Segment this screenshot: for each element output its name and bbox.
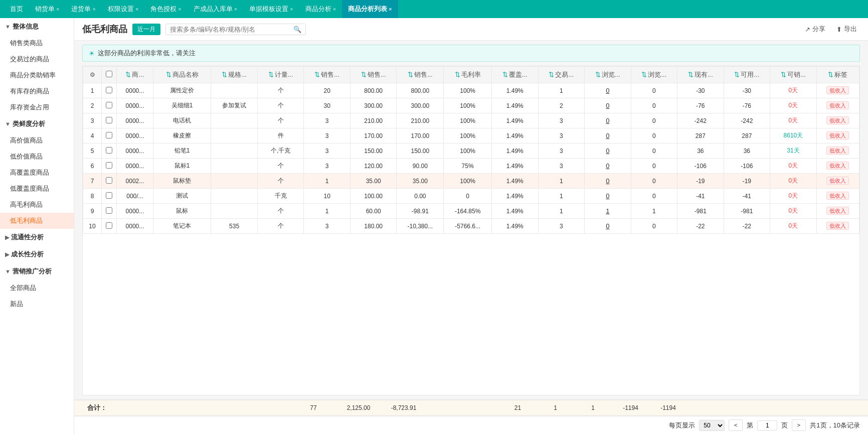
col-select-all[interactable] (102, 67, 117, 83)
sidebar-group-marketing[interactable]: ▼ 营销推广分析 (0, 263, 74, 280)
row-code-cell: 0000... (117, 98, 153, 113)
row-checkbox-cell[interactable] (102, 219, 117, 234)
col-spec[interactable]: ⇅规格... (211, 67, 258, 83)
search-icon[interactable]: 🔍 (293, 26, 301, 33)
sidebar-item-stocked-goods[interactable]: 有库存的商品 (0, 83, 74, 99)
nav-roles[interactable]: 角色授权 × (144, 0, 187, 18)
nav-permissions-close[interactable]: × (135, 6, 138, 12)
row-views1-cell[interactable]: 0 (585, 113, 631, 128)
col-gross-margin[interactable]: ⇅毛利率 (444, 67, 492, 83)
nav-goods-analysis-close[interactable]: × (333, 6, 336, 12)
row-checkbox[interactable] (106, 117, 112, 123)
row-views1-cell[interactable]: 1 (585, 204, 631, 219)
next-page-button[interactable]: ＞ (792, 419, 806, 431)
row-checkbox-cell[interactable] (102, 159, 117, 174)
sidebar-item-category-rate[interactable]: 商品分类助销率 (0, 67, 74, 83)
row-checkbox-cell[interactable] (102, 143, 117, 159)
row-checkbox-cell[interactable] (102, 83, 117, 98)
nav-sales-close[interactable]: × (56, 6, 59, 12)
sidebar-item-low-coverage[interactable]: 低覆盖度商品 (0, 181, 74, 197)
share-button[interactable]: ↗ 分享 (802, 23, 828, 35)
col-saleable[interactable]: ⇅可销... (770, 67, 817, 83)
row-checkbox[interactable] (106, 87, 112, 93)
sidebar-group-growth[interactable]: ▶ 成长性分析 (0, 246, 74, 263)
row-gross-margin-cell: 100% (444, 98, 492, 113)
export-button[interactable]: ⬆ 导出 (833, 23, 860, 35)
prev-page-button[interactable]: ＜ (729, 419, 743, 431)
col-views1[interactable]: ⇅浏览... (585, 67, 631, 83)
col-settings[interactable]: ⚙ (83, 67, 102, 83)
row-checkbox[interactable] (106, 207, 112, 214)
row-sales-price-cell: 300.00 (350, 98, 397, 113)
col-current-stock[interactable]: ⇅现有... (677, 67, 724, 83)
col-sales-profit[interactable]: ⇅销售... (397, 67, 444, 83)
row-saleable-cell: 0天 (770, 83, 817, 98)
col-tag[interactable]: ⇅标签 (816, 67, 859, 83)
row-checkbox[interactable] (106, 132, 112, 138)
row-checkbox-cell[interactable] (102, 98, 117, 113)
nav-templates[interactable]: 单据模板设置 × (243, 0, 299, 18)
nav-goods-analysis-list-close[interactable]: × (389, 6, 392, 12)
row-checkbox[interactable] (106, 192, 112, 199)
row-checkbox-cell[interactable] (102, 128, 117, 143)
row-checkbox-cell[interactable] (102, 189, 117, 204)
nav-sales[interactable]: 销货单 × (29, 0, 65, 18)
nav-purchase[interactable]: 进货单 × (65, 0, 101, 18)
col-name[interactable]: ⇅商品名称 (153, 67, 211, 83)
row-views1-cell[interactable]: 0 (585, 98, 631, 113)
page-number-input[interactable] (757, 420, 777, 430)
col-transactions[interactable]: ⇅交易... (538, 67, 585, 83)
row-sales-profit-cell: 300.00 (397, 98, 444, 113)
search-input[interactable] (170, 26, 293, 33)
row-checkbox[interactable] (106, 162, 112, 169)
row-checkbox-cell[interactable] (102, 204, 117, 219)
col-coverage[interactable]: ⇅覆盖... (492, 67, 539, 83)
row-views1-cell[interactable]: 0 (585, 189, 631, 204)
row-checkbox-cell[interactable] (102, 113, 117, 128)
row-views1-cell[interactable]: 0 (585, 159, 631, 174)
sidebar-item-all-goods[interactable]: 全部商品 (0, 280, 74, 296)
row-checkbox[interactable] (106, 147, 112, 154)
col-available[interactable]: ⇅可用... (724, 67, 770, 83)
sidebar-item-stock-capital[interactable]: 库存资金占用 (0, 99, 74, 115)
row-checkbox[interactable] (106, 222, 112, 229)
nav-roles-close[interactable]: × (178, 6, 181, 12)
row-views1-cell[interactable]: 0 (585, 83, 631, 98)
sidebar-collapse-btn[interactable]: « (74, 58, 74, 78)
date-filter-button[interactable]: 近一月 (132, 24, 160, 35)
sidebar-item-high-coverage[interactable]: 高覆盖度商品 (0, 165, 74, 181)
row-name-cell: 测试 (153, 189, 211, 204)
sidebar-item-traded-goods[interactable]: 交易过的商品 (0, 51, 74, 67)
col-code[interactable]: ⇅商... (117, 67, 153, 83)
nav-goods-analysis-list[interactable]: 商品分析列表 × (342, 0, 398, 18)
row-checkbox[interactable] (106, 102, 112, 108)
sidebar-item-high-value[interactable]: 高价值商品 (0, 132, 74, 149)
row-views1-cell[interactable]: 0 (585, 174, 631, 189)
row-views1-cell[interactable]: 0 (585, 219, 631, 234)
nav-purchase-close[interactable]: × (92, 6, 95, 12)
sidebar-item-high-margin[interactable]: 高毛利商品 (0, 197, 74, 213)
row-checkbox-cell[interactable] (102, 174, 117, 189)
sidebar-group-freshness[interactable]: ▼ 类鲜度分析 (0, 115, 74, 132)
nav-templates-close[interactable]: × (290, 6, 293, 12)
nav-products-close[interactable]: × (234, 6, 237, 12)
col-views2[interactable]: ⇅浏览... (631, 67, 677, 83)
col-sales-count[interactable]: ⇅销售... (304, 67, 351, 83)
page-size-select[interactable]: 50 100 200 (699, 420, 725, 431)
row-checkbox[interactable] (106, 177, 112, 184)
sidebar-item-new-goods[interactable]: 新品 (0, 296, 74, 312)
col-sales-price[interactable]: ⇅销售... (350, 67, 397, 83)
nav-permissions[interactable]: 权限设置 × (102, 0, 144, 18)
nav-products-in[interactable]: 产成品入库单 × (188, 0, 243, 18)
nav-goods-analysis[interactable]: 商品分析 × (299, 0, 342, 18)
sidebar-item-sales-goods[interactable]: 销售类商品 (0, 35, 74, 51)
sidebar-group-overall[interactable]: ▼ 整体信息 (0, 18, 74, 35)
sidebar-group-circulation[interactable]: ▶ 流通性分析 (0, 229, 74, 246)
row-views1-cell[interactable]: 0 (585, 128, 631, 143)
nav-home[interactable]: 首页 (4, 0, 29, 18)
select-all-checkbox[interactable] (106, 71, 112, 77)
sidebar-item-low-value[interactable]: 低价值商品 (0, 149, 74, 165)
sidebar-item-low-margin[interactable]: 低毛利商品 (0, 213, 74, 229)
row-views1-cell[interactable]: 0 (585, 143, 631, 159)
col-unit[interactable]: ⇅计量... (257, 67, 304, 83)
